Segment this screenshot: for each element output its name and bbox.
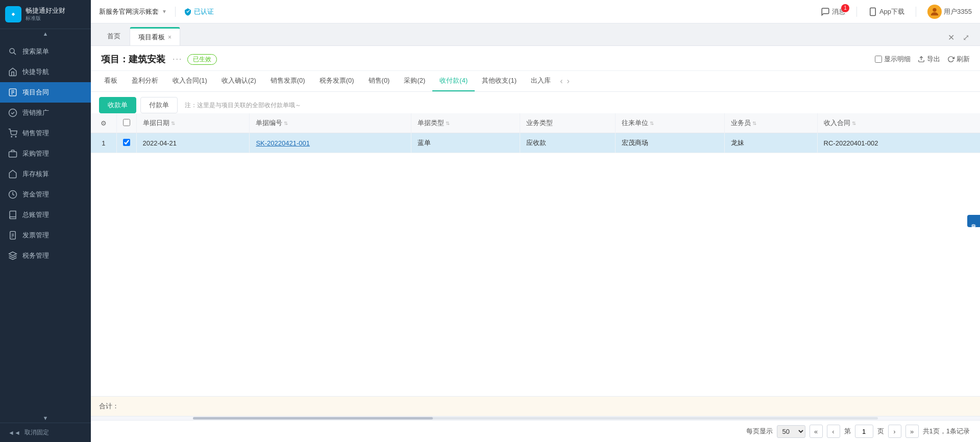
table-summary: 合计： bbox=[91, 396, 980, 416]
project-header: 项目：建筑安装 ··· 已生效 显示明细 导出 刷新 bbox=[91, 46, 980, 71]
sidebar-item-quicknav[interactable]: 快捷导航 bbox=[0, 62, 91, 82]
sub-tab-sales[interactable]: 销售(0) bbox=[361, 71, 397, 91]
tab-project-board[interactable]: 项目看板 × bbox=[130, 27, 180, 45]
topbar-divider-2 bbox=[856, 7, 857, 17]
account-dropdown-icon: ▼ bbox=[162, 9, 167, 14]
project-title-text: 建筑安装 bbox=[129, 54, 165, 64]
show-detail-input[interactable] bbox=[875, 56, 882, 63]
page-size-label: 每页显示 bbox=[746, 427, 773, 436]
feedback-tab[interactable]: 意见反馈 bbox=[967, 215, 980, 227]
project-more-icon[interactable]: ··· bbox=[173, 55, 182, 64]
tab-close-icon[interactable]: × bbox=[168, 34, 172, 41]
app-download-button[interactable]: App下载 bbox=[868, 7, 904, 16]
th-type-sort[interactable]: 单据类型 ⇅ bbox=[418, 118, 513, 128]
sidebar-item-sales[interactable]: 销售管理 bbox=[0, 123, 91, 143]
th-number-sort[interactable]: 单据编号 ⇅ bbox=[256, 118, 405, 128]
app-name: 畅捷通好业财 bbox=[26, 7, 65, 15]
cell-check bbox=[116, 133, 136, 153]
first-page-button[interactable]: « bbox=[810, 425, 823, 438]
tab-home[interactable]: 首页 bbox=[99, 27, 129, 45]
sub-tab-income-contract[interactable]: 收入合同(1) bbox=[165, 71, 214, 91]
sidebar-item-quicknav-label: 快捷导航 bbox=[22, 67, 49, 77]
sidebar-item-contract-label: 项目合同 bbox=[22, 88, 49, 97]
sub-tab-tax-invoice[interactable]: 税务发票(0) bbox=[312, 71, 361, 91]
sidebar-unpin[interactable]: ◄◄ 取消固定 bbox=[0, 423, 91, 442]
sub-tabs-next-icon[interactable]: › bbox=[565, 77, 571, 86]
sidebar-item-finance[interactable]: 资金管理 bbox=[0, 184, 91, 205]
column-settings-icon[interactable]: ⚙ bbox=[101, 119, 107, 127]
next-page-button[interactable]: › bbox=[888, 425, 901, 438]
sidebar-item-marketing[interactable]: 营销推广 bbox=[0, 103, 91, 123]
refresh-button[interactable]: 刷新 bbox=[947, 55, 970, 64]
page-size-select[interactable]: 50 20 100 bbox=[777, 425, 805, 438]
sidebar-item-invoice[interactable]: 发票管理 bbox=[0, 225, 91, 245]
user-menu[interactable]: 用户3355 bbox=[927, 5, 972, 19]
sidebar-item-tax-label: 税务管理 bbox=[22, 251, 49, 260]
page-number-input[interactable] bbox=[855, 425, 873, 438]
page-end-label: 页 bbox=[877, 427, 884, 436]
total-label: 共1页，1条记录 bbox=[923, 427, 970, 436]
sub-tab-sales-invoice[interactable]: 销售发票(0) bbox=[263, 71, 312, 91]
sidebar-item-finance-label: 资金管理 bbox=[22, 190, 49, 199]
th-date-sort[interactable]: 单据日期 ⇅ bbox=[143, 118, 243, 128]
svg-rect-15 bbox=[870, 8, 876, 15]
table-row[interactable]: 1 2022-04-21 SK-20220421-001 蓝单 应收款 宏茂商场… bbox=[91, 133, 980, 153]
svg-line-2 bbox=[14, 53, 16, 55]
app-logo bbox=[5, 6, 21, 22]
sidebar-item-search[interactable]: 搜索菜单 bbox=[0, 41, 91, 62]
sidebar-item-inventory[interactable]: 库存核算 bbox=[0, 164, 91, 184]
tabbar: 首页 项目看板 × ✕ ⤢ bbox=[91, 23, 980, 46]
prev-page-button[interactable]: ‹ bbox=[827, 425, 840, 438]
sub-tabs-prev-icon[interactable]: ‹ bbox=[558, 77, 565, 86]
svg-rect-9 bbox=[9, 152, 17, 157]
th-income-contract: 收入合同 ⇅ bbox=[817, 113, 980, 133]
app-edition: 标准版 bbox=[26, 15, 65, 22]
sort-icon-income-contract: ⇅ bbox=[852, 120, 856, 126]
sidebar-item-contract[interactable]: 项目合同 bbox=[0, 82, 91, 103]
scrollbar-track[interactable] bbox=[193, 417, 878, 420]
content-area: 项目：建筑安装 ··· 已生效 显示明细 导出 刷新 bbox=[91, 46, 980, 442]
export-button[interactable]: 导出 bbox=[918, 55, 940, 64]
th-salesman: 业务员 ⇅ bbox=[724, 113, 817, 133]
th-partner-sort[interactable]: 往来单位 ⇅ bbox=[622, 118, 718, 128]
tab-project-board-label: 项目看板 bbox=[138, 33, 165, 42]
sub-tab-kanban[interactable]: 看板 bbox=[97, 71, 125, 91]
messages-button[interactable]: 消息 1 bbox=[821, 7, 845, 16]
inner-tab-receipt[interactable]: 收款单 bbox=[99, 97, 136, 113]
certified-label: 已认证 bbox=[194, 7, 214, 16]
sub-tab-payment[interactable]: 收付款(4) bbox=[432, 71, 475, 91]
sidebar-item-ledger[interactable]: 总账管理 bbox=[0, 205, 91, 225]
th-income-contract-sort[interactable]: 收入合同 ⇅ bbox=[824, 118, 974, 128]
svg-point-1 bbox=[10, 48, 14, 53]
sub-tab-purchase[interactable]: 采购(2) bbox=[397, 71, 432, 91]
select-all-checkbox[interactable] bbox=[123, 119, 130, 126]
sub-tab-income-confirm[interactable]: 收入确认(2) bbox=[214, 71, 263, 91]
sub-tab-inout[interactable]: 出入库 bbox=[524, 71, 558, 91]
cell-number[interactable]: SK-20220421-001 bbox=[250, 133, 411, 153]
scroll-up-button[interactable]: ▲ bbox=[0, 29, 91, 38]
close-window-button[interactable]: ✕ bbox=[945, 32, 957, 43]
sidebar-item-search-label: 搜索菜单 bbox=[22, 47, 49, 56]
sidebar-item-tax[interactable]: 税务管理 bbox=[0, 245, 91, 266]
inner-tab-payment[interactable]: 付款单 bbox=[140, 97, 178, 113]
row-checkbox[interactable] bbox=[123, 139, 130, 146]
last-page-button[interactable]: » bbox=[905, 425, 919, 438]
tab-home-label: 首页 bbox=[107, 32, 120, 41]
tabbar-right: ✕ ⤢ bbox=[945, 32, 972, 45]
app-title-group: 畅捷通好业财 标准版 bbox=[26, 7, 65, 22]
cell-income-contract: RC-20220401-002 bbox=[817, 133, 980, 153]
feedback-tab-label: 意见反馈 bbox=[971, 219, 977, 223]
scrollbar-thumb[interactable] bbox=[193, 417, 433, 420]
sidebar-item-purchase[interactable]: 采购管理 bbox=[0, 143, 91, 164]
account-selector[interactable]: 新服务官网演示账套 ▼ bbox=[99, 7, 167, 16]
scroll-down-button[interactable]: ▼ bbox=[0, 413, 91, 423]
sub-tab-profit[interactable]: 盈利分析 bbox=[125, 71, 165, 91]
maximize-window-button[interactable]: ⤢ bbox=[960, 32, 972, 43]
sidebar-item-ledger-label: 总账管理 bbox=[22, 210, 49, 219]
show-detail-checkbox[interactable]: 显示明细 bbox=[875, 55, 911, 64]
project-header-actions: 显示明细 导出 刷新 bbox=[875, 55, 970, 64]
th-type: 单据类型 ⇅ bbox=[411, 113, 520, 133]
th-salesman-sort[interactable]: 业务员 ⇅ bbox=[731, 118, 811, 128]
sidebar-item-marketing-label: 营销推广 bbox=[22, 108, 49, 117]
sub-tab-other[interactable]: 其他收支(1) bbox=[475, 71, 524, 91]
